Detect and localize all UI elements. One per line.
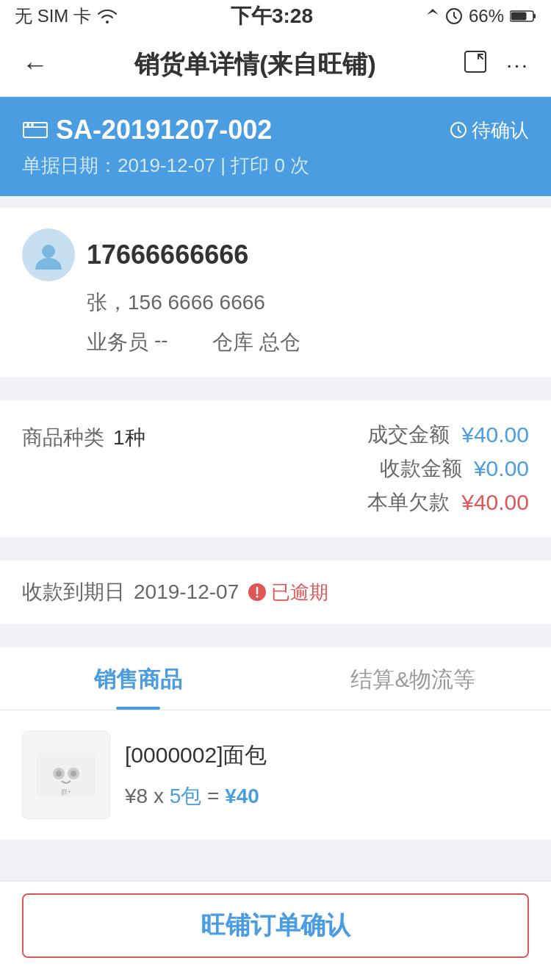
overdue-text: 已逾期 — [271, 580, 328, 605]
due-amount-label: 本单欠款 — [367, 489, 450, 516]
order-status: 待确认 — [450, 118, 529, 143]
deal-amount-value: ¥40.00 — [461, 422, 529, 447]
deal-amount: 成交金额 ¥40.00 — [367, 421, 529, 449]
svg-rect-2 — [533, 14, 536, 18]
warehouse-value: 总仓 — [259, 328, 300, 356]
product-price: ¥8 x 5包 = ¥40 — [125, 782, 529, 810]
due-date-label: 收款到期日 — [22, 578, 125, 606]
tab-settlement[interactable]: 结算&物流等 — [276, 647, 551, 710]
product-type-label: 商品种类 — [22, 424, 104, 452]
svg-point-7 — [31, 123, 34, 126]
clock-icon — [445, 7, 463, 25]
price-qty: 5包 — [170, 785, 202, 807]
order-id: SA-20191207-002 — [22, 115, 272, 145]
divider-3 — [0, 549, 551, 561]
export-button[interactable] — [462, 48, 489, 80]
warehouse-label: 仓库 — [212, 328, 253, 356]
price-total: ¥40 — [225, 785, 259, 807]
svg-point-16 — [71, 771, 76, 777]
location-icon — [426, 8, 439, 24]
product-type-value: 1种 — [113, 424, 145, 452]
customer-details: 业务员 -- 仓库 总仓 — [87, 328, 529, 356]
wifi-icon — [97, 9, 118, 24]
product-image-placeholder: 群+ — [37, 753, 96, 797]
nav-actions: ··· — [462, 48, 529, 80]
status-time: 下午3:28 — [231, 2, 313, 30]
status-right: 66% — [426, 6, 536, 26]
more-button[interactable]: ··· — [506, 52, 529, 77]
price-equals: = — [201, 785, 225, 807]
confirm-order-button[interactable]: 旺铺订单确认 — [22, 893, 529, 958]
warehouse-detail: 仓库 总仓 — [212, 328, 300, 356]
amounts-right: 成交金额 ¥40.00 收款金额 ¥0.00 本单欠款 ¥40.00 — [367, 421, 529, 516]
amounts-row: 商品种类 1种 成交金额 ¥40.00 收款金额 ¥0.00 本单欠款 ¥40.… — [22, 421, 529, 516]
nav-bar: ← 销货单详情(来自旺铺) ··· — [0, 32, 551, 97]
due-date-value: 2019-12-07 — [134, 580, 239, 604]
divider-1 — [0, 196, 551, 208]
divider-4 — [0, 635, 551, 647]
price-text: ¥8 x — [125, 785, 170, 807]
svg-text:群+: 群+ — [61, 788, 71, 796]
bottom-bar: 旺铺订单确认 — [0, 881, 551, 980]
user-avatar-icon — [32, 239, 65, 271]
product-name: [0000002]面包 — [125, 741, 529, 771]
sim-wifi-label: 无 SIM 卡 — [15, 4, 91, 28]
product-thumbnail: 群+ — [22, 731, 110, 819]
amounts-section: 商品种类 1种 成交金额 ¥40.00 收款金额 ¥0.00 本单欠款 ¥40.… — [0, 400, 551, 537]
tabs-section: 销售商品 结算&物流等 群+ [0000002]面包 ¥ — [0, 647, 551, 840]
divider-2 — [0, 389, 551, 400]
overdue-badge: 已逾期 — [248, 580, 328, 605]
order-meta: 单据日期：2019-12-07 | 打印 0 次 — [22, 153, 529, 179]
product-item: 群+ [0000002]面包 ¥8 x 5包 = ¥40 — [0, 710, 551, 840]
battery-icon — [510, 10, 536, 23]
order-header-card: SA-20191207-002 待确认 单据日期：2019-12-07 | 打印… — [0, 97, 551, 196]
customer-name: 张，156 6666 6666 — [87, 289, 529, 317]
warning-icon — [248, 583, 267, 602]
svg-point-11 — [256, 596, 259, 598]
order-icon — [22, 120, 48, 140]
received-amount-label: 收款金额 — [380, 455, 462, 483]
svg-rect-3 — [511, 12, 526, 21]
tab-sales-products[interactable]: 销售商品 — [0, 647, 276, 710]
due-date-section: 收款到期日 2019-12-07 已逾期 — [0, 561, 551, 624]
svg-point-15 — [56, 771, 62, 777]
salesperson-label: 业务员 — [87, 328, 148, 356]
battery-text: 66% — [469, 6, 504, 26]
due-amount: 本单欠款 ¥40.00 — [367, 489, 529, 516]
export-icon — [462, 48, 489, 75]
customer-section: 17666666666 张，156 6666 6666 业务员 -- 仓库 总仓 — [0, 208, 551, 377]
product-section: 群+ [0000002]面包 ¥8 x 5包 = ¥40 — [0, 710, 551, 840]
salesperson-value: -- — [154, 328, 168, 356]
tabs-row: 销售商品 结算&物流等 — [0, 647, 551, 710]
status-left: 无 SIM 卡 — [15, 4, 118, 28]
received-amount-value: ¥0.00 — [474, 456, 529, 481]
customer-phone: 17666666666 — [87, 239, 248, 270]
svg-point-9 — [42, 245, 55, 258]
svg-point-6 — [26, 123, 29, 126]
avatar — [22, 228, 75, 281]
status-bar: 无 SIM 卡 下午3:28 66% — [0, 0, 551, 32]
salesperson-detail: 业务员 -- — [87, 328, 168, 356]
due-amount-value: ¥40.00 — [461, 490, 529, 515]
page-title: 销货单详情(来自旺铺) — [134, 48, 376, 82]
customer-row: 17666666666 — [22, 228, 529, 281]
product-type: 商品种类 1种 — [22, 421, 145, 452]
deal-amount-label: 成交金额 — [367, 421, 450, 449]
product-info: [0000002]面包 ¥8 x 5包 = ¥40 — [125, 731, 529, 819]
back-button[interactable]: ← — [22, 49, 48, 80]
received-amount: 收款金额 ¥0.00 — [380, 455, 529, 483]
clock-small-icon — [450, 121, 467, 139]
